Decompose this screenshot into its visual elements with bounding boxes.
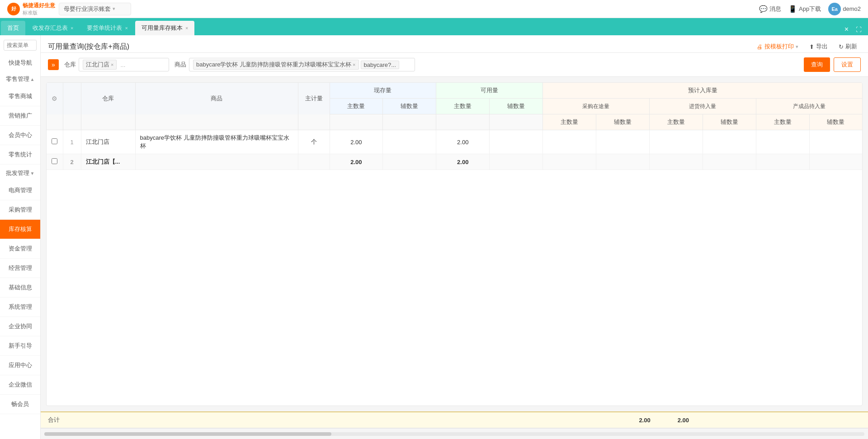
horizontal-scrollbar[interactable] [41, 428, 868, 439]
th-stock-group: 现存量 [330, 83, 436, 99]
tab-fullscreen-btn[interactable]: ⛶ [854, 24, 863, 35]
tab-requisition-close[interactable]: × [125, 25, 127, 31]
app-icon: 📱 [788, 5, 797, 13]
tab-home-label: 首页 [7, 24, 19, 32]
th-purchase-transit-main: 主数量 [543, 114, 596, 130]
table-body: 1 江北门店 babycare学饮杯 儿童防摔防撞吸管杯重力球吸嘴杯宝宝水杯 个… [47, 130, 862, 170]
sidebar-item-new-guide[interactable]: 新手引导 [0, 336, 40, 356]
warehouse-tag-1-close[interactable]: × [111, 62, 113, 67]
product-tag-2-text: babycare?... [364, 61, 396, 68]
sidebar-item-enterprise-collab[interactable]: 企业协同 [0, 317, 40, 336]
sidebar-item-stock-check-label: 库存核算 [9, 226, 32, 232]
user-profile-btn[interactable]: Ea demo2 [828, 3, 861, 15]
warehouse-tag-1[interactable]: 江北门店 × [83, 60, 117, 70]
td-purchase-transit-main-2 [543, 154, 596, 170]
sidebar-item-enterprise-wechat[interactable]: 企业微信 [0, 375, 40, 395]
sidebar-item-retail-mall-label: 零售商城 [9, 93, 32, 99]
refresh-btn[interactable]: ↻ 刷新 [835, 41, 861, 52]
th-available-aux: 辅数量 [490, 99, 543, 114]
tab-home[interactable]: 首页 [1, 21, 25, 35]
sidebar-item-system-mgmt[interactable]: 系统管理 [0, 297, 40, 317]
settings-btn[interactable]: 设置 [834, 57, 861, 72]
product-tag-input[interactable]: babycare学饮杯 儿童防摔防撞吸管杯重力球吸嘴杯宝宝水杯 × babyca… [189, 58, 415, 71]
scroll-thumb[interactable] [44, 432, 331, 436]
tab-available-stock-close[interactable]: × [185, 25, 188, 31]
sidebar-item-retail-stats[interactable]: 零售统计 [0, 145, 40, 165]
sidebar-item-retail-mgmt[interactable]: 零售管理 ▲ [0, 71, 40, 87]
industry-select[interactable]: 母婴行业演示账套 ▾ [59, 3, 131, 15]
tab-available-stock[interactable]: 可用量库存账本 × [135, 21, 194, 35]
sidebar-item-wholesale-mgmt[interactable]: 批发管理 ▼ [0, 165, 40, 181]
tab-requisition-label: 要货单统计表 [87, 24, 122, 32]
export-btn[interactable]: ⬆ 导出 [806, 41, 831, 52]
sidebar-item-ecommerce-mgmt[interactable]: 电商管理 [0, 181, 40, 200]
th-incoming-pending-group: 进货待入量 [649, 99, 756, 114]
message-btn[interactable]: 💬 消息 [759, 5, 781, 13]
sidebar-item-vip-member[interactable]: 畅会员 [0, 395, 40, 414]
sidebar-item-app-center[interactable]: 应用中心 [0, 356, 40, 375]
footer-available-main-total: 2.00 [678, 417, 689, 424]
sidebar-item-purchase-mgmt-label: 采购管理 [9, 206, 32, 213]
query-btn[interactable]: 查询 [804, 57, 830, 72]
td-stock-main-2: 2.00 [330, 154, 383, 170]
footer-stock-main-total: 2.00 [639, 417, 650, 424]
td-stock-aux-1 [383, 130, 436, 154]
filter-expand-btn[interactable]: » [48, 59, 59, 70]
td-product-2 [135, 154, 298, 170]
gear-icon[interactable]: ⚙ [52, 95, 57, 102]
sidebar-item-purchase-mgmt[interactable]: 采购管理 [0, 200, 40, 220]
warehouse-tag-input[interactable]: 江北门店 × ... [79, 58, 169, 71]
sidebar-item-quick-nav[interactable]: 快捷导航 [0, 55, 40, 71]
td-production-pending-main-1 [756, 130, 809, 154]
td-incoming-pending-aux-2 [703, 154, 756, 170]
sidebar-item-system-mgmt-label: 系统管理 [9, 303, 32, 310]
warehouse-tag-1-text: 江北门店 [86, 61, 109, 69]
td-checkbox-1[interactable] [47, 130, 63, 154]
th-product: 商品 [135, 83, 298, 114]
sidebar-item-finance-mgmt[interactable]: 资金管理 [0, 239, 40, 259]
sidebar-item-enterprise-collab-label: 企业协同 [9, 323, 32, 330]
sidebar-item-ecommerce-mgmt-label: 电商管理 [9, 187, 32, 194]
top-bar-right: 💬 消息 📱 App下载 Ea demo2 [759, 3, 861, 15]
sidebar-item-new-guide-label: 新手引导 [9, 342, 32, 349]
tab-close-all-btn[interactable]: × [843, 24, 850, 35]
sidebar-item-basic-info[interactable]: 基础信息 [0, 278, 40, 297]
td-purchase-transit-aux-1 [596, 130, 649, 154]
sidebar-item-retail-mall[interactable]: 零售商城 [0, 87, 40, 106]
th-production-pending-aux: 辅数量 [809, 114, 862, 130]
th-detail-empty7 [383, 114, 436, 130]
table-container[interactable]: ⚙ 仓库 商品 主计量 现存量 可用量 预计入库量 主数量 辅数量 主数量 [46, 82, 863, 406]
th-no [63, 83, 81, 114]
warehouse-filter: 仓库 江北门店 × ... [64, 58, 169, 71]
table-footer: 合计 2.00 2.00 [41, 411, 868, 428]
export-label: 导出 [816, 42, 828, 51]
tab-requisition[interactable]: 要货单统计表 × [80, 21, 134, 35]
th-incoming-pending-aux: 辅数量 [703, 114, 756, 130]
search-input[interactable] [4, 40, 37, 51]
footer-values: 2.00 2.00 [639, 417, 689, 424]
td-incoming-pending-main-2 [649, 154, 703, 170]
sidebar-item-operations-mgmt[interactable]: 经营管理 [0, 259, 40, 278]
sidebar-item-marketing[interactable]: 营销推广 [0, 106, 40, 126]
td-stock-aux-2 [383, 154, 436, 170]
td-purchase-transit-aux-2 [596, 154, 649, 170]
row-checkbox-2[interactable] [52, 158, 57, 164]
th-purchase-transit-group: 采购在途量 [543, 99, 650, 114]
td-checkbox-2[interactable] [47, 154, 63, 170]
tab-receive-send-close[interactable]: × [71, 25, 73, 31]
sidebar-item-stock-check[interactable]: 库存核算 [0, 220, 40, 239]
table-header-detail-row: 主数量 辅数量 主数量 辅数量 主数量 辅数量 [47, 114, 862, 130]
product-tag-1-close[interactable]: × [353, 62, 355, 67]
row-checkbox-1[interactable] [52, 138, 57, 144]
product-tag-2[interactable]: babycare?... [361, 61, 400, 69]
template-print-btn[interactable]: 🖨 按模板打印 ▾ [753, 41, 802, 52]
th-incoming-pending-main: 主数量 [649, 114, 703, 130]
th-gear[interactable]: ⚙ [47, 83, 63, 114]
td-available-main-1: 2.00 [436, 130, 490, 154]
sidebar-item-member-center[interactable]: 会员中心 [0, 126, 40, 145]
app-download-btn[interactable]: 📱 App下载 [788, 5, 821, 13]
page-header: 可用量查询(按仓库+商品) 🖨 按模板打印 ▾ ⬆ 导出 ↻ 刷新 [41, 35, 868, 53]
td-incoming-pending-main-1 [649, 130, 703, 154]
product-tag-1[interactable]: babycare学饮杯 儿童防摔防撞吸管杯重力球吸嘴杯宝宝水杯 × [193, 60, 359, 70]
tab-receive-send[interactable]: 收发存汇总表 × [26, 21, 80, 35]
